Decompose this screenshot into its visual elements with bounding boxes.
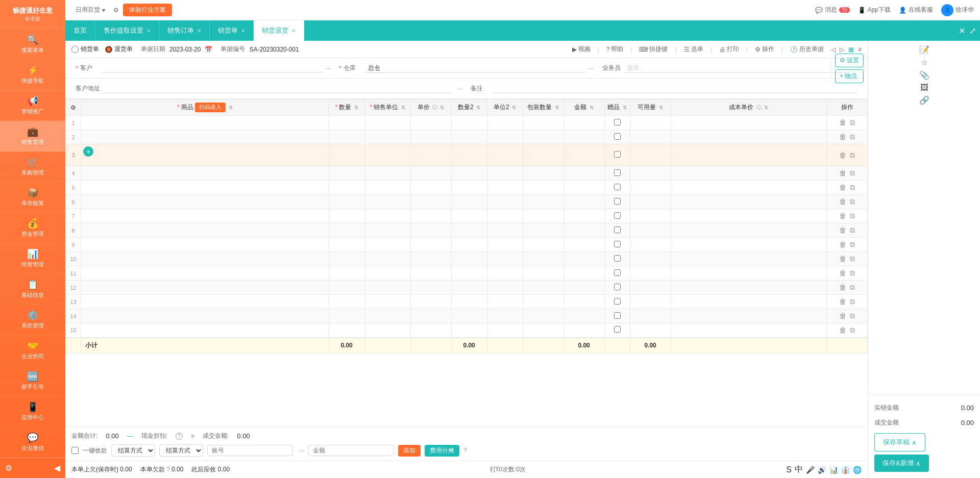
copy-row-icon[interactable]: ⧉ bbox=[850, 226, 855, 234]
row-unit2[interactable] bbox=[487, 195, 523, 209]
row-unit2[interactable] bbox=[487, 281, 523, 295]
row-product[interactable] bbox=[81, 116, 329, 130]
delete-row-icon[interactable]: 🗑 bbox=[839, 226, 846, 234]
row-qty2[interactable] bbox=[451, 144, 487, 166]
tab-close-sale-order[interactable]: ✕ bbox=[197, 28, 201, 34]
gift-checkbox[interactable] bbox=[614, 255, 621, 262]
row-gift[interactable] bbox=[604, 166, 630, 181]
copy-row-icon[interactable]: ⧉ bbox=[850, 326, 855, 334]
gift-checkbox[interactable] bbox=[614, 269, 621, 276]
history-btn[interactable]: 🕐 历史单据 bbox=[787, 44, 827, 55]
link-icon[interactable]: 🔗 bbox=[919, 95, 929, 105]
row-qty[interactable] bbox=[329, 252, 364, 266]
row-sale-unit[interactable] bbox=[364, 295, 410, 309]
row-pack-qty[interactable] bbox=[523, 266, 564, 281]
qty-input[interactable] bbox=[331, 256, 362, 263]
row-pack-qty[interactable] bbox=[523, 144, 564, 166]
tab-home[interactable]: 首页 bbox=[65, 20, 95, 41]
row-sale-unit[interactable] bbox=[364, 281, 410, 295]
row-qty2[interactable] bbox=[451, 238, 487, 252]
gift-checkbox[interactable] bbox=[614, 212, 621, 219]
qty-input[interactable] bbox=[331, 284, 362, 291]
qty-input[interactable] bbox=[331, 298, 362, 306]
sidebar-item-wechat[interactable]: 💬 企业微信 bbox=[0, 427, 65, 458]
row-gift[interactable] bbox=[604, 252, 630, 266]
delete-row-icon[interactable]: 🗑 bbox=[839, 255, 846, 263]
qty-input[interactable] bbox=[331, 270, 362, 277]
qty-sort-icon[interactable]: ⇅ bbox=[354, 105, 358, 110]
sidebar-item-operations[interactable]: 📊 经营管理 bbox=[0, 243, 65, 274]
row-cost-price[interactable] bbox=[671, 252, 826, 266]
copy-row-icon[interactable]: ⧉ bbox=[850, 133, 855, 141]
row-unit-price[interactable] bbox=[410, 252, 451, 266]
gift-checkbox[interactable] bbox=[614, 184, 621, 190]
gift-checkbox[interactable] bbox=[614, 151, 621, 158]
amount-input[interactable] bbox=[308, 445, 394, 456]
row-unit-price[interactable] bbox=[410, 281, 451, 295]
gift-checkbox[interactable] bbox=[614, 133, 621, 140]
delete-row-icon[interactable]: 🗑 bbox=[839, 326, 846, 334]
online-service-btn[interactable]: 👤 在线客服 bbox=[899, 6, 933, 14]
copy-row-icon[interactable]: ⧉ bbox=[850, 169, 855, 177]
sidebar-item-basic-info[interactable]: 📋 基础信息 bbox=[0, 274, 65, 305]
row-available[interactable] bbox=[630, 166, 671, 181]
row-unit2[interactable] bbox=[487, 130, 523, 144]
stat2-help-icon[interactable]: ? bbox=[166, 466, 170, 473]
row-qty[interactable] bbox=[329, 144, 364, 166]
account-picker-icon[interactable]: ··· bbox=[299, 447, 304, 454]
delete-row-icon[interactable]: 🗑 bbox=[839, 240, 846, 248]
copy-row-icon[interactable]: ⧉ bbox=[850, 118, 855, 127]
row-amount[interactable] bbox=[564, 252, 604, 266]
row-gift[interactable] bbox=[604, 309, 630, 323]
row-sale-unit[interactable] bbox=[364, 209, 410, 223]
qty-input[interactable] bbox=[331, 326, 362, 334]
row-unit-price[interactable] bbox=[410, 181, 451, 195]
row-qty2[interactable] bbox=[451, 323, 487, 338]
sidebar-item-newguide[interactable]: 🆕 新手引导 bbox=[0, 366, 65, 396]
gift-checkbox[interactable] bbox=[614, 284, 621, 290]
row-product[interactable]: + bbox=[81, 144, 329, 166]
row-available[interactable] bbox=[630, 295, 671, 309]
row-unit2[interactable] bbox=[487, 238, 523, 252]
copy-row-icon[interactable]: ⧉ bbox=[850, 183, 855, 191]
row-pack-qty[interactable] bbox=[523, 116, 564, 130]
row-sale-unit[interactable] bbox=[364, 181, 410, 195]
add-payment-button[interactable]: 添加 bbox=[398, 445, 421, 457]
row-sale-unit[interactable] bbox=[364, 130, 410, 144]
gift-checkbox[interactable] bbox=[614, 169, 621, 176]
sidebar-item-appcenter[interactable]: 📱 应用中心 bbox=[0, 396, 65, 427]
copy-row-icon[interactable]: ⧉ bbox=[850, 312, 855, 320]
row-cost-price[interactable] bbox=[671, 195, 826, 209]
operation-btn[interactable]: ⚙ 操作 bbox=[752, 44, 777, 55]
row-available[interactable] bbox=[630, 309, 671, 323]
row-unit-price[interactable] bbox=[410, 309, 451, 323]
row-cost-price[interactable] bbox=[671, 130, 826, 144]
qty-input[interactable] bbox=[331, 119, 362, 127]
row-unit2[interactable] bbox=[487, 295, 523, 309]
help-btn[interactable]: ? 帮助 bbox=[603, 44, 627, 55]
delete-row-icon[interactable]: 🗑 bbox=[839, 297, 846, 306]
delete-row-icon[interactable]: 🗑 bbox=[839, 151, 846, 159]
row-unit2[interactable] bbox=[487, 309, 523, 323]
row-qty2[interactable] bbox=[451, 209, 487, 223]
row-amount[interactable] bbox=[564, 309, 604, 323]
row-gift[interactable] bbox=[604, 281, 630, 295]
row-qty2[interactable] bbox=[451, 309, 487, 323]
row-gift[interactable] bbox=[604, 116, 630, 130]
warehouse-picker-icon[interactable]: ··· bbox=[589, 65, 594, 72]
copy-row-icon[interactable]: ⧉ bbox=[850, 297, 855, 306]
trial-plan-button[interactable]: 体验行业方案 bbox=[123, 4, 172, 16]
row-qty[interactable] bbox=[329, 130, 364, 144]
row-qty[interactable] bbox=[329, 295, 364, 309]
row-sale-unit[interactable] bbox=[364, 309, 410, 323]
row-qty2[interactable] bbox=[451, 116, 487, 130]
row-amount[interactable] bbox=[564, 238, 604, 252]
delete-row-icon[interactable]: 🗑 bbox=[839, 269, 846, 277]
row-product[interactable] bbox=[81, 195, 329, 209]
logistics-btn[interactable]: + 物流 bbox=[835, 69, 864, 83]
qty-input[interactable] bbox=[331, 152, 362, 159]
row-qty[interactable] bbox=[329, 223, 364, 238]
row-pack-qty[interactable] bbox=[523, 323, 564, 338]
row-cost-price[interactable] bbox=[671, 238, 826, 252]
star-icon[interactable]: ☆ bbox=[921, 58, 928, 67]
